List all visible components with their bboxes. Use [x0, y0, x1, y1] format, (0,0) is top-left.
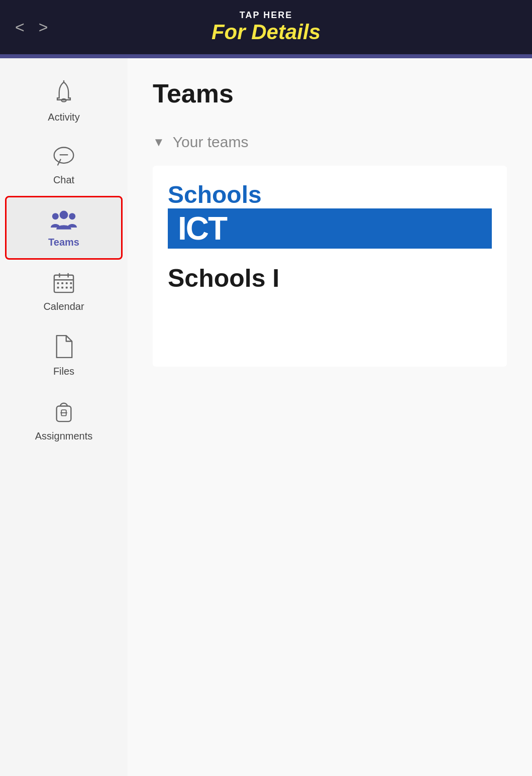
chat-icon [52, 145, 75, 170]
assignments-label: Assignments [35, 430, 93, 442]
ict-banner: ICT [168, 208, 492, 249]
svg-rect-12 [61, 282, 63, 284]
sidebar-item-teams[interactable]: Teams [5, 196, 123, 260]
sidebar: Activity Chat [0, 58, 128, 776]
your-teams-row[interactable]: ▼ Your teams [153, 134, 507, 151]
back-arrow[interactable]: < [15, 18, 25, 37]
chat-label: Chat [53, 174, 74, 186]
main-layout: Activity Chat [0, 58, 532, 776]
for-details-label: For Details [211, 21, 321, 44]
tap-here-label: TAP HERE [211, 10, 321, 21]
teams-label: Teams [48, 237, 79, 248]
sidebar-item-files[interactable]: Files [0, 322, 128, 387]
dropdown-arrow-icon[interactable]: ▼ [153, 135, 165, 149]
files-label: Files [53, 366, 74, 377]
content-area: Teams ▼ Your teams Schools ICT Schools I [128, 58, 532, 776]
ict-logo-block: Schools ICT [168, 181, 492, 249]
calendar-label: Calendar [43, 301, 84, 312]
file-icon [54, 335, 74, 362]
sidebar-item-calendar[interactable]: Calendar [0, 260, 128, 322]
svg-point-5 [69, 213, 75, 219]
svg-point-6 [60, 211, 68, 219]
banner-text: TAP HERE For Details [211, 10, 321, 44]
svg-rect-14 [70, 282, 72, 284]
svg-rect-13 [66, 282, 68, 284]
activity-label: Activity [48, 112, 79, 123]
teams-icon [51, 209, 77, 233]
nav-arrows: < > [15, 18, 48, 37]
team-name: Schools I [168, 264, 492, 293]
sidebar-item-activity[interactable]: Activity [0, 68, 128, 133]
accent-line [0, 54, 532, 58]
svg-rect-15 [57, 287, 59, 289]
svg-rect-16 [61, 287, 63, 289]
svg-rect-11 [57, 282, 59, 284]
svg-point-4 [52, 213, 59, 219]
calendar-icon [53, 272, 75, 297]
backpack-icon [53, 399, 75, 426]
top-banner[interactable]: < > TAP HERE For Details [0, 0, 532, 54]
page-title: Teams [153, 78, 507, 108]
svg-rect-19 [57, 406, 71, 421]
svg-rect-18 [70, 287, 72, 289]
bell-icon [52, 80, 76, 107]
sidebar-item-chat[interactable]: Chat [0, 133, 128, 196]
team-card[interactable]: Schools ICT Schools I [153, 166, 507, 367]
sidebar-item-assignments[interactable]: Assignments [0, 387, 128, 452]
your-teams-label: Your teams [173, 134, 249, 151]
schools-top-text: Schools [168, 181, 492, 208]
forward-arrow[interactable]: > [39, 18, 48, 37]
svg-rect-17 [66, 287, 68, 289]
